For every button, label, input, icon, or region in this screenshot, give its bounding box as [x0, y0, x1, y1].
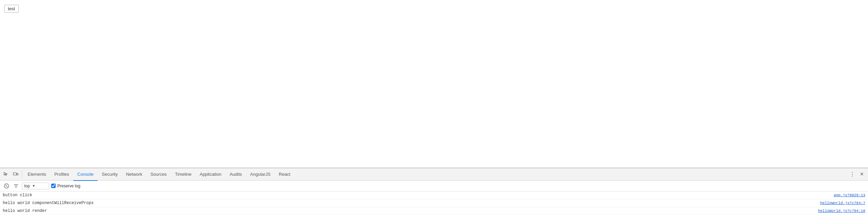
tab-application[interactable]: Application [196, 169, 226, 181]
log-source-link[interactable]: helloWorld.js?c794:10 [818, 209, 865, 213]
devtools-panel: Elements Profiles Console Security Netwo… [0, 168, 868, 215]
more-options-button[interactable]: ⋮ [848, 170, 857, 179]
tab-console[interactable]: Console [73, 169, 98, 181]
tab-timeline[interactable]: Timeline [171, 169, 196, 181]
log-message: hello world componentWillReceiveProps [3, 201, 818, 205]
tab-sources[interactable]: Sources [146, 169, 171, 181]
tab-elements[interactable]: Elements [24, 169, 50, 181]
context-arrow-icon: ▼ [32, 184, 35, 188]
preserve-log-checkbox[interactable] [51, 184, 56, 188]
devtools-tab-bar: Elements Profiles Console Security Netwo… [0, 168, 868, 181]
preserve-log-label[interactable]: Preserve log [51, 184, 80, 188]
log-row: hello world render helloWorld.js?c794:10 [0, 207, 868, 215]
filter-icon[interactable] [12, 182, 20, 190]
svg-rect-1 [17, 173, 18, 175]
log-row: button click app.js?9829:13 [0, 191, 868, 199]
preserve-log-text: Preserve log [57, 184, 80, 188]
tab-network[interactable]: Network [122, 169, 146, 181]
context-value: top [24, 184, 30, 188]
device-toolbar-icon[interactable] [11, 170, 20, 179]
tab-divider [22, 171, 22, 178]
tab-audits[interactable]: Audits [226, 169, 246, 181]
tab-react[interactable]: React [275, 169, 294, 181]
svg-rect-0 [13, 173, 16, 175]
test-button[interactable]: test [4, 5, 19, 13]
close-devtools-button[interactable]: × [857, 170, 867, 179]
clear-console-icon[interactable] [3, 182, 10, 190]
log-source-link[interactable]: helloWorld.js?c784:7 [820, 201, 865, 205]
browser-viewport: test [0, 0, 868, 168]
tab-security[interactable]: Security [98, 169, 122, 181]
log-row: hello world componentWillReceiveProps he… [0, 199, 868, 207]
log-message: button click [3, 193, 831, 198]
log-message: hello world render [3, 209, 815, 213]
console-toolbar: top ▼ Preserve log [0, 181, 868, 191]
svg-line-3 [5, 185, 8, 187]
inspect-element-icon[interactable] [1, 170, 11, 179]
tab-angularjs[interactable]: AngularJS [246, 169, 275, 181]
log-source-link[interactable]: app.js?9829:13 [834, 193, 865, 197]
console-log-area: button click app.js?9829:13 hello world … [0, 191, 868, 215]
context-selector[interactable]: top ▼ [22, 183, 49, 189]
tab-profiles[interactable]: Profiles [50, 169, 73, 181]
